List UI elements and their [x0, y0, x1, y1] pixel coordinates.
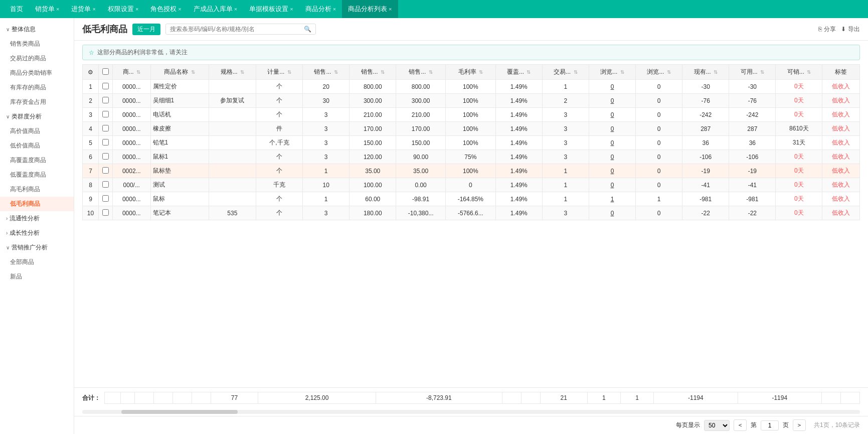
nav-purchase-close[interactable]: × — [92, 6, 95, 12]
row-checkbox[interactable] — [102, 209, 109, 216]
row-browse1[interactable]: 0 — [589, 122, 635, 136]
row-browse1[interactable]: 0 — [589, 150, 635, 164]
row-checkbox-cell[interactable] — [99, 108, 113, 122]
row-name[interactable]: 铅笔1 — [150, 136, 209, 150]
row-checkbox-cell[interactable] — [99, 192, 113, 206]
sidebar-item-new-goods[interactable]: 新品 — [0, 269, 74, 284]
row-browse1[interactable]: 0 — [589, 178, 635, 192]
col-sales-amt[interactable]: 销售... ⇅ — [350, 65, 396, 80]
date-filter-button[interactable]: 近一月 — [132, 24, 160, 35]
sidebar-item-all-goods[interactable]: 全部商品 — [0, 255, 74, 269]
row-checkbox[interactable] — [102, 125, 109, 131]
export-button[interactable]: ⬇ 导出 — [841, 25, 860, 34]
col-code[interactable]: 商... ⇅ — [113, 65, 151, 80]
sidebar-item-stocked[interactable]: 有库存的商品 — [0, 80, 74, 95]
row-name[interactable]: 橡皮擦 — [150, 122, 209, 136]
row-browse1[interactable]: 0 — [589, 80, 635, 94]
col-name[interactable]: 商品名称 ⇅ — [150, 65, 209, 80]
col-gross-rate[interactable]: 毛利率 ⇅ — [445, 65, 495, 80]
row-browse1[interactable]: 0 — [589, 136, 635, 150]
sidebar-group-overall[interactable]: ∨ 整体信息 — [0, 22, 74, 37]
row-browse1[interactable]: 0 — [589, 108, 635, 122]
sidebar-item-high-value[interactable]: 高价值商品 — [0, 124, 74, 138]
col-settings[interactable]: ⚙ — [83, 65, 99, 80]
sidebar-item-category-rate[interactable]: 商品分类助销率 — [0, 66, 74, 80]
row-checkbox[interactable] — [102, 181, 109, 188]
row-name[interactable]: 鼠标垫 — [150, 164, 209, 178]
per-page-select[interactable]: 50 100 200 — [704, 420, 730, 431]
sidebar-group-flow[interactable]: › 流通性分析 — [0, 211, 74, 226]
row-checkbox[interactable] — [102, 97, 109, 103]
nav-template-close[interactable]: × — [290, 6, 293, 12]
scroll-bar[interactable] — [82, 410, 860, 414]
row-name[interactable]: 属性定价 — [150, 80, 209, 94]
col-current[interactable]: 现有... ⇅ — [682, 65, 729, 80]
row-checkbox[interactable] — [102, 153, 109, 160]
sidebar-group-growth[interactable]: › 成长性分析 — [0, 226, 74, 240]
row-checkbox-cell[interactable] — [99, 178, 113, 192]
row-checkbox-cell[interactable] — [99, 136, 113, 150]
col-salable[interactable]: 可销... ⇅ — [776, 65, 822, 80]
sidebar-item-sales-goods[interactable]: 销售类商品 — [0, 37, 74, 51]
row-checkbox-cell[interactable] — [99, 164, 113, 178]
nav-sales[interactable]: 销货单 × — [29, 0, 65, 18]
sidebar-group-marketing[interactable]: ∨ 营销推广分析 — [0, 240, 74, 255]
col-browse2[interactable]: 浏览... ⇅ — [636, 65, 682, 80]
nav-permission-close[interactable]: × — [135, 6, 138, 12]
row-name[interactable]: 鼠标1 — [150, 150, 209, 164]
share-button[interactable]: ⎘ 分享 — [818, 25, 836, 34]
prev-page-button[interactable]: ＜ — [734, 419, 747, 431]
col-transaction[interactable]: 交易... ⇅ — [542, 65, 589, 80]
row-checkbox[interactable] — [102, 83, 109, 89]
row-checkbox[interactable] — [102, 111, 109, 117]
col-available[interactable]: 可用... ⇅ — [729, 65, 776, 80]
row-browse1[interactable]: 0 — [589, 164, 635, 178]
col-sales-qty[interactable]: 销售... ⇅ — [303, 65, 350, 80]
nav-role[interactable]: 角色授权 × — [144, 0, 187, 18]
sidebar-item-capital[interactable]: 库存资金占用 — [0, 95, 74, 109]
row-checkbox-cell[interactable] — [99, 206, 113, 220]
row-name[interactable]: 测试 — [150, 178, 209, 192]
nav-home[interactable]: 首页 — [4, 0, 29, 18]
col-unit[interactable]: 计量... ⇅ — [256, 65, 302, 80]
sidebar-item-low-margin[interactable]: 低毛利商品 — [0, 197, 74, 211]
row-checkbox[interactable] — [102, 139, 109, 146]
nav-sales-close[interactable]: × — [56, 6, 59, 12]
sidebar-item-low-coverage[interactable]: 低覆盖度商品 — [0, 168, 74, 182]
search-input[interactable] — [170, 26, 301, 33]
row-browse1[interactable]: 0 — [589, 206, 635, 220]
row-name[interactable]: 鼠标 — [150, 192, 209, 206]
row-name[interactable]: 吴细细1 — [150, 94, 209, 108]
sidebar-item-high-margin[interactable]: 高毛利商品 — [0, 182, 74, 197]
sidebar-item-low-value[interactable]: 低价值商品 — [0, 138, 74, 153]
row-checkbox-cell[interactable] — [99, 94, 113, 108]
nav-product-storage[interactable]: 产成品入库单 × — [188, 0, 243, 18]
nav-purchase[interactable]: 进货单 × — [65, 0, 101, 18]
row-checkbox[interactable] — [102, 195, 109, 202]
nav-role-close[interactable]: × — [178, 6, 181, 12]
row-checkbox-cell[interactable] — [99, 150, 113, 164]
select-all-checkbox[interactable] — [102, 68, 109, 75]
nav-goods-analysis-close[interactable]: × — [333, 6, 336, 12]
col-spec[interactable]: 规格... ⇅ — [209, 65, 256, 80]
search-icon[interactable]: 🔍 — [304, 26, 311, 33]
row-checkbox-cell[interactable] — [99, 122, 113, 136]
col-cover-rate[interactable]: 覆盖... ⇅ — [495, 65, 542, 80]
nav-goods-analysis-list-close[interactable]: × — [389, 6, 392, 12]
nav-template[interactable]: 单据模板设置 × — [243, 0, 299, 18]
row-checkbox-cell[interactable] — [99, 80, 113, 94]
row-name[interactable]: 笔记本 — [150, 206, 209, 220]
nav-product-storage-close[interactable]: × — [234, 6, 237, 12]
page-number-input[interactable] — [761, 420, 779, 430]
row-browse1[interactable]: 0 — [589, 94, 635, 108]
nav-permission[interactable]: 权限设置 × — [102, 0, 144, 18]
sidebar-item-traded-goods[interactable]: 交易过的商品 — [0, 51, 74, 66]
row-name[interactable]: 电话机 — [150, 108, 209, 122]
sidebar-group-cluster[interactable]: ∨ 类群度分析 — [0, 109, 74, 124]
col-sales-profit[interactable]: 销售... ⇅ — [396, 65, 446, 80]
nav-goods-analysis[interactable]: 商品分析 × — [299, 0, 342, 18]
col-browse1[interactable]: 浏览... ⇅ — [589, 65, 635, 80]
sidebar-item-high-coverage[interactable]: 高覆盖度商品 — [0, 153, 74, 168]
next-page-button[interactable]: ＞ — [793, 419, 806, 431]
row-browse1[interactable]: 1 — [589, 192, 635, 206]
